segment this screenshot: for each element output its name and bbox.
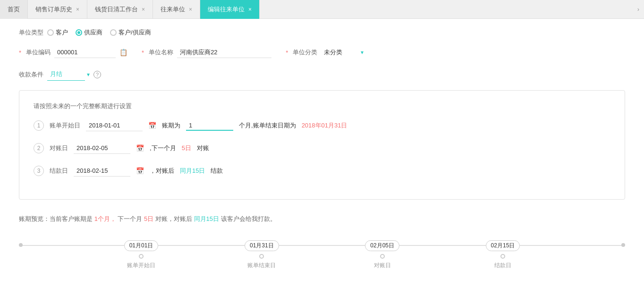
unit-category-label: 单位分类 (293, 48, 317, 57)
tab-cash-workbench[interactable]: 钱货日清工作台 × (87, 0, 153, 19)
payment-terms-field: 收款条件 月结 ▾ ? (19, 68, 101, 81)
step-1-row: 1 账单开始日 📅 账期为 个月,账单结束日期为 2018年01月31日 (34, 120, 610, 131)
timeline-sub-1: 账单开始日 (127, 262, 155, 270)
step-3-num: 3 (34, 166, 44, 176)
payment-terms-value: 月结 (47, 68, 85, 81)
tab-partner-units-close[interactable]: × (189, 6, 192, 13)
tab-bar: 首页 销售订单历史 × 钱货日清工作台 × 往来单位 × 编辑往来单位 × › (0, 0, 644, 19)
step-2-suffix2: 对账 (197, 144, 209, 152)
payment-terms-label: 收款条件 (19, 70, 43, 79)
step-1-period-input[interactable] (186, 121, 233, 131)
radio-both[interactable]: 客户/供应商 (110, 28, 151, 37)
tab-partner-units[interactable]: 往来单位 × (153, 0, 200, 19)
panel-title: 请按照未来的一个完整帐期进行设置 (34, 102, 610, 110)
payment-terms-row: 收款条件 月结 ▾ ? (19, 68, 625, 81)
timeline-label-3: 02月05日 (365, 240, 399, 251)
step-2-row: 2 对账日 📅 ,下一个月 5日 对账 (34, 143, 610, 154)
timeline-sub-2: 账单结束日 (247, 262, 276, 270)
step-2-suffix: ,下一个月 (150, 144, 176, 152)
step-2-calendar-icon[interactable]: 📅 (136, 144, 144, 152)
tab-cash-workbench-label: 钱货日清工作台 (95, 5, 138, 14)
timeline-sub-4: 结款日 (494, 262, 511, 270)
tab-scroll-right[interactable]: › (633, 0, 644, 19)
unit-category-field: * 单位分类 未分类 ▾ (286, 46, 364, 59)
step-2-label: 对账日 (50, 144, 68, 152)
main-content: 单位类型 客户 供应商 客户/供应商 * 单位编码 (0, 19, 644, 287)
step-3-label: 结款日 (50, 167, 68, 175)
step-1-date-input[interactable] (86, 120, 143, 131)
radio-supplier[interactable]: 供应商 (76, 28, 102, 37)
tab-home[interactable]: 首页 (0, 0, 28, 19)
unit-category-dropdown-icon[interactable]: ▾ (361, 49, 364, 56)
unit-name-field: * 单位名称 (142, 47, 271, 58)
preview-day2: 同月15日 (194, 215, 219, 222)
preview-suffix: 该客户会给我打款。 (221, 215, 276, 222)
payment-terms-select[interactable]: 月结 ▾ (47, 68, 90, 81)
radio-customer-label: 客户 (56, 28, 68, 37)
timeline-points: 01月01日 账单开始日 01月31日 账单结束日 02月05日 对账日 02月… (19, 240, 625, 270)
unit-category-required: * (286, 49, 288, 56)
step-3-calendar-icon[interactable]: 📅 (136, 167, 144, 175)
tab-edit-partner-close[interactable]: × (248, 6, 252, 13)
radio-supplier-label: 供应商 (84, 28, 102, 37)
timeline-dot-2 (259, 254, 264, 259)
unit-type-radio-group: 客户 供应商 客户/供应商 (47, 28, 151, 37)
step-3-day: 同月15日 (180, 167, 205, 175)
step-2-num: 2 (34, 143, 44, 153)
step-2-day: 5日 (182, 144, 191, 152)
unit-code-label: 单位编码 (26, 48, 51, 57)
preview-prefix: 账期预览：当前客户账期是 (19, 215, 93, 222)
step-3-suffix: ，对账后 (150, 167, 174, 175)
timeline-sub-3: 对账日 (374, 262, 391, 270)
step-3-date-input[interactable] (74, 165, 130, 177)
radio-customer-circle (47, 29, 54, 36)
unit-code-calendar-icon[interactable]: 📋 (119, 49, 127, 56)
tab-sales-history-close[interactable]: × (76, 6, 79, 13)
unit-type-label: 单位类型 (19, 28, 43, 37)
unit-info-row: * 单位编码 📋 * 单位名称 * 单位分类 未分类 ▾ (19, 46, 625, 59)
timeline-label-4: 02月15日 (486, 240, 520, 251)
tab-cash-workbench-close[interactable]: × (142, 6, 145, 13)
unit-name-input[interactable] (177, 47, 271, 58)
tab-edit-partner[interactable]: 编辑往来单位 × (200, 0, 260, 19)
preview-day1: 5日 (144, 215, 153, 222)
radio-both-circle (110, 29, 117, 36)
unit-name-label: 单位名称 (149, 48, 173, 57)
timeline-dot-4 (500, 254, 505, 259)
unit-type-row: 单位类型 客户 供应商 客户/供应商 (19, 28, 625, 37)
step-1-end-date: 2018年01月31日 (302, 121, 347, 130)
tab-sales-history[interactable]: 销售订单历史 × (28, 0, 87, 19)
step-2-date-input[interactable] (74, 143, 130, 154)
timeline-label-2: 01月31日 (245, 240, 279, 251)
step-1-suffix: 个月,账单结束日期为 (239, 121, 296, 130)
payment-terms-help-icon[interactable]: ? (93, 71, 101, 78)
unit-name-required: * (142, 49, 144, 56)
unit-category-select[interactable]: 未分类 ▾ (321, 46, 364, 59)
unit-code-input[interactable] (54, 47, 116, 58)
timeline-dot-3 (380, 254, 385, 259)
step-1-calendar-icon[interactable]: 📅 (148, 122, 156, 129)
preview-mid: 下一个月 (118, 215, 142, 222)
step-3-row: 3 结款日 📅 ，对账后 同月15日 结款 (34, 165, 610, 177)
timeline-point-2: 01月31日 账单结束日 (245, 240, 279, 270)
step-1-period-label: 账期为 (162, 121, 180, 130)
step-1-label: 账单开始日 (50, 121, 80, 130)
unit-type-field: 单位类型 客户 供应商 客户/供应商 (19, 28, 151, 37)
unit-category-value: 未分类 (321, 46, 359, 59)
timeline-dot-1 (139, 254, 144, 259)
timeline-point-4: 02月15日 结款日 (486, 240, 520, 270)
payment-terms-dropdown-icon[interactable]: ▾ (87, 71, 90, 78)
radio-customer[interactable]: 客户 (47, 28, 68, 37)
unit-code-required: * (19, 49, 21, 56)
preview-mid2: 对账，对账后 (155, 215, 192, 222)
radio-supplier-circle (76, 29, 82, 36)
tab-partner-units-label: 往来单位 (161, 5, 185, 14)
step-1-num: 1 (34, 120, 44, 131)
timeline-point-3: 02月05日 对账日 (365, 240, 399, 270)
unit-code-field: * 单位编码 📋 (19, 47, 127, 58)
tab-sales-history-label: 销售订单历史 (35, 5, 72, 14)
preview-text: 账期预览：当前客户账期是 1个月， 下一个月 5日 对账，对账后 同月15日 该… (19, 207, 625, 231)
preview-period: 1个月， (94, 215, 116, 222)
timeline: 01月01日 账单开始日 01月31日 账单结束日 02月05日 对账日 02月… (19, 231, 625, 274)
timeline-label-1: 01月01日 (124, 240, 159, 251)
